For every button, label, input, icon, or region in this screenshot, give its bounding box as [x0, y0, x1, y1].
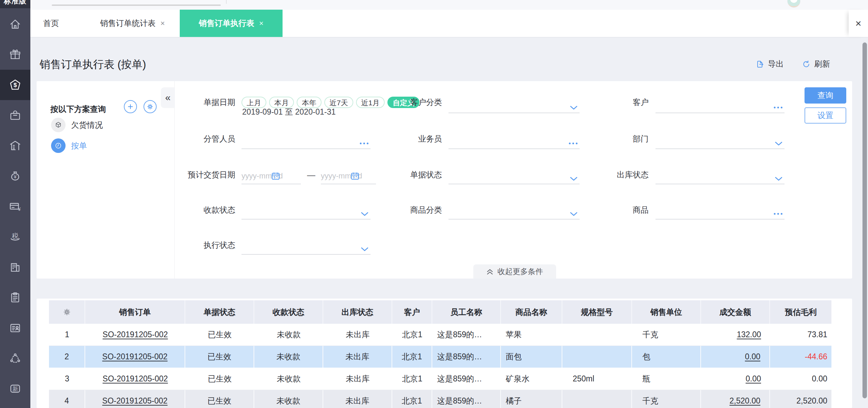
table-row[interactable]: 1 SO-20191205-002 已生效 未收款 未出库 北京1 这是859的… — [49, 324, 831, 346]
customer-lookup[interactable] — [655, 97, 785, 113]
unit-cell: 包 — [632, 346, 701, 368]
sidebar-item-finance[interactable]: ¥ — [0, 161, 30, 191]
sidebar-item-office[interactable] — [0, 252, 30, 282]
column-header-customer[interactable]: 客户 — [392, 300, 432, 324]
search-button[interactable]: 查询 — [805, 87, 846, 104]
column-header-spec[interactable]: 规格型号 — [562, 300, 632, 324]
new-badge-icon: 新 — [9, 382, 22, 395]
tax-icon: 税 — [9, 230, 22, 243]
column-header-order-status[interactable]: 单据状态 — [185, 300, 254, 324]
settings-button[interactable]: 设置 — [805, 107, 846, 124]
order-link[interactable]: SO-20191205-002 — [102, 374, 168, 383]
close-panel-button[interactable]: × — [849, 10, 868, 37]
sidebar-menu: $ ¥ ¥ 税 新 — [0, 9, 30, 404]
sidebar-item-purchase[interactable] — [0, 100, 30, 130]
payment-card-icon: ¥ — [9, 200, 22, 213]
collapse-conditions-button[interactable]: 收起更多条件 — [473, 264, 556, 279]
product-lookup[interactable] — [655, 204, 785, 220]
clock-icon — [51, 138, 66, 153]
amount-link[interactable]: 132.00 — [737, 330, 761, 339]
table-row[interactable]: 2 SO-20191205-002 已生效 未收款 未出库 北京1 这是859的… — [49, 346, 831, 368]
calendar-icon — [271, 172, 280, 181]
profit-cell: 73.81 — [770, 324, 831, 346]
column-header-order[interactable]: 销售订单 — [85, 300, 185, 324]
refresh-button[interactable]: 刷新 — [802, 59, 830, 69]
money-bag-icon: ¥ — [9, 169, 22, 183]
doc-date-range-value[interactable]: 2019-09-01 至 2020-01-31 — [242, 107, 336, 117]
table-row[interactable]: 3 SO-20191205-002 已生效 未收款 未出库 北京1 这是859的… — [49, 368, 831, 390]
export-icon — [756, 60, 765, 69]
outbound-status-select[interactable] — [655, 168, 785, 184]
order-cell: SO-20191205-002 — [85, 368, 185, 390]
customer-category-select[interactable] — [448, 97, 580, 113]
add-scheme-button[interactable] — [124, 100, 137, 113]
product-category-select[interactable] — [448, 204, 580, 220]
chevron-down-icon — [361, 212, 368, 216]
tab-label: 销售订单执行表 — [199, 18, 254, 29]
sidebar-item-new[interactable]: 新 — [0, 373, 30, 404]
column-header-amount[interactable]: 成交金额 — [701, 300, 770, 324]
amount-cell: 132.00 — [701, 324, 770, 346]
sidebar-item-sales[interactable]: $ — [0, 70, 30, 100]
chevron-down-icon — [775, 142, 782, 146]
column-header-payment-status[interactable]: 收款状态 — [254, 300, 323, 324]
column-header-unit[interactable]: 销售单位 — [632, 300, 701, 324]
tab-close-icon[interactable]: × — [160, 19, 165, 28]
tab-close-icon[interactable]: × — [259, 19, 264, 28]
office-building-icon — [9, 261, 22, 274]
order-link[interactable]: SO-20191205-002 — [102, 396, 167, 406]
filter-label-salesman: 业务员 — [378, 133, 442, 144]
scheme-settings-button[interactable] — [144, 100, 157, 113]
sidebar-item-inventory[interactable] — [0, 282, 30, 313]
delivery-date-end-input[interactable]: yyyy-mm-dd — [321, 168, 376, 184]
clipboard-icon — [9, 291, 22, 304]
column-header-product[interactable]: 商品名称 — [501, 300, 562, 324]
amount-link[interactable]: 0.00 — [745, 352, 760, 361]
payment-status-select[interactable] — [241, 204, 371, 220]
sidebar-item-gift[interactable] — [0, 39, 30, 70]
tab-sales-order-stats[interactable]: 销售订单统计表× — [88, 10, 177, 37]
app-screen: 标准版 $ ¥ ¥ 税 新 首页 销售订单统计表× 销售订单执行表× × 销售订… — [0, 0, 868, 408]
gear-icon — [147, 103, 154, 110]
customer-cell: 北京1 — [392, 368, 432, 390]
user-avatar[interactable] — [787, 0, 800, 8]
sidebar-item-share[interactable] — [0, 343, 30, 373]
salesman-lookup[interactable] — [448, 133, 580, 149]
page-scrollbar-thumb[interactable] — [862, 42, 867, 398]
order-link[interactable]: SO-20191205-002 — [102, 330, 168, 339]
column-settings-button[interactable] — [49, 300, 85, 324]
refresh-label: 刷新 — [814, 59, 830, 69]
amount-link[interactable]: 2,520.00 — [729, 396, 760, 406]
column-header-employee[interactable]: 员工名称 — [432, 300, 501, 324]
tab-sales-order-execution[interactable]: 销售订单执行表× — [180, 10, 283, 37]
ellipsis-icon — [774, 107, 782, 110]
sidebar-item-warehouse[interactable] — [0, 130, 30, 161]
collapse-scheme-button[interactable]: « — [161, 87, 175, 108]
tab-home[interactable]: 首页 — [40, 10, 62, 37]
order-status-select[interactable] — [448, 168, 580, 184]
plus-icon — [127, 103, 134, 110]
column-header-profit[interactable]: 预估毛利 — [770, 300, 831, 324]
table-row[interactable]: 4 SO-20191205-002 已生效 未收款 未出库 北京1 这是859的… — [49, 390, 831, 408]
department-select[interactable] — [655, 133, 785, 149]
execute-status-select[interactable] — [241, 239, 371, 255]
column-header-outbound-status[interactable]: 出库状态 — [323, 300, 392, 324]
delivery-date-start-input[interactable]: yyyy-mm-dd — [241, 168, 301, 184]
sidebar-item-home[interactable] — [0, 9, 30, 39]
profit-cell: 0.00 — [770, 368, 831, 390]
table-header: 销售订单 单据状态 收款状态 出库状态 客户 员工名称 商品名称 规格型号 销售… — [49, 300, 831, 324]
svg-text:$: $ — [13, 81, 17, 88]
profit-cell: 2,520.00 — [770, 390, 831, 408]
export-button[interactable]: 导出 — [756, 59, 784, 69]
order-link[interactable]: SO-20191205-002 — [102, 352, 167, 361]
sidebar-item-payment[interactable]: ¥ — [0, 191, 30, 222]
sidebar-item-contacts[interactable] — [0, 313, 30, 343]
amount-link[interactable]: 0.00 — [746, 374, 761, 383]
product-cell: 苹果 — [501, 324, 562, 346]
scheme-item-backorder[interactable]: 欠货情况 — [51, 118, 103, 132]
manager-lookup[interactable] — [241, 133, 371, 149]
sidebar-item-tax[interactable]: 税 — [0, 222, 30, 252]
scheme-item-by-order[interactable]: 按单 — [51, 138, 87, 153]
gift-icon — [9, 48, 22, 61]
search-input-underline[interactable] — [52, 4, 221, 6]
